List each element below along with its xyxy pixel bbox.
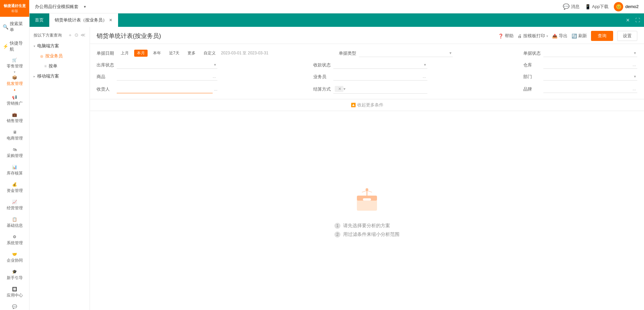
tree-item-mobile[interactable]: ▸ 移动端方案 <box>30 71 90 81</box>
topbar: 办公用品行业模拟账套 ▾ 💬 消息 📱 App下载 😊 demo2 <box>30 0 644 13</box>
tree-desktop-label: 电脑端方案 <box>37 43 59 49</box>
brand-dots-icon[interactable]: ... <box>633 87 636 91</box>
newbie-icon: 🎓 <box>12 269 17 274</box>
settings-scheme-icon[interactable]: ⊙ <box>74 32 78 38</box>
outstatus-dropdown[interactable] <box>117 61 217 69</box>
sidebar-item-sales[interactable]: 💼 销售管理 <box>0 109 29 127</box>
payment-tag-close[interactable]: ✕ <box>338 87 341 91</box>
topbar-right: 💬 消息 📱 App下载 😊 demo2 <box>563 2 639 11</box>
date-7days-btn[interactable]: 近7天 <box>166 50 182 57</box>
salesperson-scheme-icon: ◎ <box>40 54 43 58</box>
collapse-bar[interactable]: 🔼 收起更多条件 <box>90 99 644 111</box>
doc-scheme-icon: ≡ <box>44 64 47 68</box>
sidebar-item-ops[interactable]: 📈 经营管理 <box>0 197 29 214</box>
sidebar-item-wholesale[interactable]: 📦 批发管理 ▴ <box>0 74 29 92</box>
salesperson-dropdown[interactable]: ... <box>333 73 427 81</box>
sidebar-item-corp[interactable]: 🤝 企业协同 <box>0 249 29 266</box>
goods-dropdown[interactable]: ... <box>117 73 217 81</box>
docstatus-dropdown[interactable] <box>543 49 637 57</box>
svg-rect-2 <box>363 198 371 201</box>
content-area: 按以下方案查询 ＋ ⊙ ≪ ▾ 电脑端方案 ◎ 按业务员 ≡ 按单 <box>30 27 644 310</box>
ecom-icon: 🖥 <box>13 130 17 135</box>
date-thismonth-btn[interactable]: 本月 <box>134 50 148 57</box>
doctype-label: 单据类型 <box>339 50 358 56</box>
app-subtitle: 标版 <box>11 9 18 13</box>
sidebar-item-wechat[interactable]: 💬 企业微信 <box>0 301 29 310</box>
filter-row-1: 单据日期 上月 本月 本年 近7天 更多 自定义 2023-03-01 至 20… <box>97 49 637 57</box>
topbar-appdownload-label: App下载 <box>592 4 608 10</box>
topbar-message[interactable]: 💬 消息 <box>563 3 580 10</box>
sidebar-item-search[interactable]: 🔍 搜索菜单 <box>0 17 29 37</box>
sidebar-item-newbie[interactable]: 🎓 新手引导 <box>0 266 29 284</box>
sidebar-item-ecom[interactable]: 🖥 电商管理 <box>0 127 29 144</box>
sales-icon: 💼 <box>12 112 17 117</box>
print-button[interactable]: 🖨 按模板打印 ▾ <box>518 33 548 39</box>
app-logo: 畅捷通好生意 标版 <box>0 0 29 17</box>
goods-dots-icon[interactable]: ... <box>213 74 216 79</box>
date-custom-btn[interactable]: 自定义 <box>201 50 218 57</box>
query-button[interactable]: 查询 <box>591 31 613 41</box>
date-lastmonth-btn[interactable]: 上月 <box>118 50 131 57</box>
department-label: 部门 <box>523 74 542 80</box>
settings-button[interactable]: 设置 <box>617 31 637 41</box>
date-thisyear-btn[interactable]: 本年 <box>150 50 164 57</box>
consignee-dots-icon[interactable]: ... <box>214 87 217 92</box>
topbar-app-download[interactable]: 📱 App下载 <box>585 4 608 10</box>
sidebar-item-purchase[interactable]: 🛍 采购管理 <box>0 144 29 162</box>
tree-item-by-salesperson[interactable]: ◎ 按业务员 <box>36 51 90 61</box>
payment-dropdown[interactable]: ✕ <box>333 85 427 94</box>
tab-home[interactable]: 首页 <box>30 13 49 27</box>
department-dropdown[interactable] <box>543 73 637 81</box>
collapse-panel-icon[interactable]: ≪ <box>80 32 86 38</box>
warehouse-dots-icon[interactable]: ... <box>633 62 636 67</box>
warehouse-dropdown[interactable]: ... <box>543 61 637 69</box>
tree-item-by-doc[interactable]: ≡ 按单 <box>36 61 90 71</box>
sidebar-item-finance[interactable]: 💰 资金管理 <box>0 179 29 197</box>
tabbar: 首页 销货单统计表（按业务员） ✕ ✕ ⛶ <box>30 13 644 27</box>
warehouse-label: 仓库 <box>523 62 542 68</box>
export-label: 导出 <box>559 33 568 39</box>
tab-close-button[interactable]: ✕ <box>109 18 112 22</box>
help-button[interactable]: ❓ 帮助 <box>498 33 514 39</box>
sidebar-marketing-label: 营销推广 <box>7 101 23 106</box>
doctype-chevron-icon <box>449 51 451 55</box>
ops-icon: 📈 <box>12 200 17 204</box>
quicknav-icon: ⚡ <box>3 44 8 49</box>
outstatus-label: 出库状态 <box>97 62 115 68</box>
sidebar-item-system[interactable]: ⚙ 系统管理 <box>0 231 29 249</box>
tab-close-window-button[interactable]: ✕ <box>625 16 631 24</box>
sidebar-item-marketing[interactable]: 📢 营销推广 <box>0 92 29 109</box>
filter-salesperson-item: 业务员 ... <box>313 73 427 81</box>
topbar-dropdown-icon[interactable]: ▾ <box>84 4 86 9</box>
refresh-icon: 🔄 <box>572 34 577 39</box>
export-button[interactable]: 📤 导出 <box>552 33 568 39</box>
system-icon: ⚙ <box>13 235 16 239</box>
doctype-dropdown[interactable] <box>359 49 453 57</box>
sidebar-item-appstore[interactable]: 🔲 应用中心 <box>0 284 29 301</box>
sidebar-item-stock[interactable]: 📊 库存核算 <box>0 162 29 179</box>
tree-item-desktop[interactable]: ▾ 电脑端方案 <box>30 41 90 51</box>
tab-maximize-button[interactable]: ⛶ <box>634 16 641 24</box>
topbar-user[interactable]: 😊 demo2 <box>614 2 639 11</box>
sidebar-quicknav-label: 快捷导航 <box>10 40 26 52</box>
svg-line-5 <box>362 191 367 192</box>
date-more-btn[interactable]: 更多 <box>185 50 198 57</box>
add-scheme-icon[interactable]: ＋ <box>68 32 72 38</box>
sidebar-item-retail[interactable]: 🛒 零售管理 ▾ <box>0 57 29 74</box>
tip-text-2: 用过滤条件来缩小分析范围 <box>343 231 399 238</box>
brand-dropdown[interactable]: ... <box>543 85 637 93</box>
sidebar-item-quicknav[interactable]: ⚡ 快捷导航 <box>0 37 29 56</box>
purchase-icon: 🛍 <box>13 147 17 152</box>
tree-arrow-icon: ▾ <box>34 44 35 48</box>
consignee-input[interactable] <box>117 85 213 93</box>
salesperson-dots-icon[interactable]: ... <box>423 74 426 79</box>
refresh-button[interactable]: 🔄 刷新 <box>572 33 587 39</box>
receiptstatus-dropdown[interactable] <box>333 61 427 69</box>
phone-icon: 📱 <box>585 4 591 9</box>
payment-tag: ✕ <box>335 86 343 92</box>
tab-sales-stat[interactable]: 销货单统计表（按业务员） ✕ <box>49 13 118 27</box>
sidebar-item-base[interactable]: 📋 基础信息 <box>0 214 29 231</box>
chevron-down-icon: ▴ <box>14 88 15 91</box>
export-icon: 📤 <box>552 34 557 39</box>
filter-payment-item: 结算方式 ✕ <box>313 85 427 94</box>
